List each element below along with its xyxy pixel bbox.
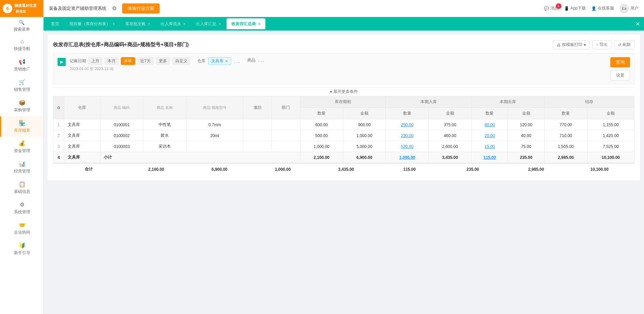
row-out-amt: 120.00 xyxy=(508,119,544,130)
row-goods-name: 中性笔 xyxy=(143,119,186,130)
settings-button[interactable]: 设置 xyxy=(610,70,630,81)
table-subtotal-row: 4 文具库 小计 2,100.00 6,900.00 1,000.00 3,43… xyxy=(53,152,634,163)
print-icon: 🖨 xyxy=(557,43,561,47)
query-button[interactable]: 查询 xyxy=(610,57,630,67)
sidebar-item-marketing[interactable]: 📢 营销推广 xyxy=(0,55,43,76)
row-out-amt: 40.00 xyxy=(508,130,544,141)
sidebar-item-finance[interactable]: 💰 资金管理 xyxy=(0,137,43,157)
row-goods-spec: 0.7mm xyxy=(186,119,243,130)
row-project xyxy=(243,130,272,141)
tab-close-recv-send[interactable]: ✕ xyxy=(258,22,261,26)
row-in-amt: 2,600.00 xyxy=(429,141,472,152)
tabbar-close[interactable]: ✕ xyxy=(634,19,641,29)
goods-dots[interactable]: ... xyxy=(258,57,265,63)
enterprise-icon: 🤝 xyxy=(19,222,26,228)
tab-batch[interactable]: 库存批次账 ✕ xyxy=(120,18,155,29)
tabbar: 首页 现存量（库存分布表） ✕ 库存批次账 ✕ 出入库流水 ✕ 出入库汇总 ✕ … xyxy=(44,17,644,31)
footer-in-amt: 3,435.00 xyxy=(314,167,378,172)
tab-stock-dist[interactable]: 现存量（库存分布表） ✕ xyxy=(65,18,120,29)
subtotal-opening-amt: 6,900.00 xyxy=(343,152,386,163)
settings-icon[interactable]: ⚙ xyxy=(112,5,117,12)
sidebar-item-label: 资金管理 xyxy=(14,148,30,154)
table-settings-icon[interactable]: ⚙ xyxy=(57,105,61,110)
expand-conditions-bar[interactable]: ▾ 展开更多条件 xyxy=(53,87,634,96)
chevron-down-icon: ▾ xyxy=(584,43,586,47)
sidebar-item-label: 经营管理 xyxy=(14,168,30,174)
sidebar-item-quick-nav[interactable]: ⌂ 快捷导航 xyxy=(0,35,43,55)
row-num: 2 xyxy=(53,130,64,141)
app-download-item[interactable]: 📱 App下载 xyxy=(564,5,586,11)
page-actions: 🖨 按模板打印 ▾ ↑ 导出 ↺ 刷新 xyxy=(553,40,634,49)
export-button[interactable]: ↑ 导出 xyxy=(592,40,611,49)
row-goods-name: 胶水 xyxy=(143,130,186,141)
footer-opening-amt: 6,900.00 xyxy=(188,167,251,172)
row-closing-qty: 1,505.00 xyxy=(544,141,587,152)
table-row: 1 文具库 0100001 中性笔 0.7mm 600.00 900.00 25… xyxy=(53,119,634,130)
footer-opening-qty: 2,100.00 xyxy=(125,167,188,172)
sidebar-item-inventory[interactable]: 🏪 库存核算 xyxy=(0,116,43,137)
row-in-qty[interactable]: 250.00 xyxy=(386,119,429,130)
warehouse-dots[interactable]: ... xyxy=(234,58,241,64)
goods-label: 商品 xyxy=(247,57,255,63)
row-department xyxy=(272,130,300,141)
date-this-month[interactable]: 本月 xyxy=(104,57,119,65)
date-7days[interactable]: 近7天 xyxy=(137,57,154,65)
finance-icon: 💰 xyxy=(19,140,26,147)
print-button[interactable]: 🖨 按模板打印 ▾ xyxy=(553,40,590,49)
trial-button[interactable]: 体验行业方案 xyxy=(122,3,160,14)
col-out-qty: 数量 xyxy=(472,108,508,119)
warehouse-tag-close[interactable]: ✕ xyxy=(225,59,228,64)
goods-filter: 商品 ... xyxy=(247,57,265,63)
row-out-qty[interactable]: 15.00 xyxy=(472,141,508,152)
tab-inout-flow[interactable]: 出入库流水 ✕ xyxy=(156,18,191,29)
sidebar-search[interactable]: 🔍 搜索菜单 xyxy=(0,17,43,35)
logo-icon: 6 xyxy=(3,4,12,13)
tab-close-batch[interactable]: ✕ xyxy=(148,22,150,26)
tab-home[interactable]: 首页 xyxy=(46,18,64,29)
footer-in-qty: 1,000.00 xyxy=(251,167,314,172)
tab-recv-send[interactable]: 收发存汇总表 ✕ xyxy=(227,18,265,29)
main-area: 装备及固定资产辅助管理系统 ⚙ 体验行业方案 💬 消息 6 📱 App下载 👤 … xyxy=(44,0,644,314)
col-group-opening: 库存期初 xyxy=(300,96,386,108)
subtotal-num: 4 xyxy=(53,152,64,163)
row-project xyxy=(243,119,272,130)
sidebar-item-sales[interactable]: 🛒 销售管理 xyxy=(0,76,43,96)
col-in-amt: 金额 xyxy=(429,108,472,119)
date-last-month[interactable]: 上月 xyxy=(88,57,102,65)
refresh-icon: ↺ xyxy=(618,43,621,47)
sidebar-item-operations[interactable]: 📊 经营管理 xyxy=(0,157,43,178)
tab-close-stock-dist[interactable]: ✕ xyxy=(112,22,115,26)
row-out-qty[interactable]: 80.00 xyxy=(472,119,508,130)
date-more[interactable]: 更多 xyxy=(156,57,170,65)
query-section: 查询 设置 xyxy=(610,57,630,81)
tab-inout-summary[interactable]: 出入库汇总 ✕ xyxy=(191,18,226,29)
sidebar-item-system[interactable]: ⚙ 系统管理 xyxy=(0,198,43,218)
col-group-in: 本期入库 xyxy=(386,96,472,108)
sidebar-item-purchase[interactable]: 📦 采购管理 xyxy=(0,96,43,116)
row-warehouse: 文具库 xyxy=(64,141,100,152)
subtotal-closing-qty: 2,985.00 xyxy=(544,152,587,163)
col-header-goods-spec: 商品 规格型号 xyxy=(186,96,243,119)
col-group-out: 本期出库 xyxy=(472,96,545,108)
row-closing-amt: 7,525.00 xyxy=(587,141,634,152)
page-title: 收发存汇总表(按仓库+商品编码+商品+规格型号+项目+部门) xyxy=(53,42,189,48)
refresh-button[interactable]: ↺ 刷新 xyxy=(614,40,634,49)
export-icon: ↑ xyxy=(596,43,598,47)
tab-close-inout-summary[interactable]: ✕ xyxy=(218,22,221,26)
online-service-item[interactable]: 👤 在线客服 xyxy=(591,5,614,11)
row-in-qty[interactable]: 230.00 xyxy=(386,130,429,141)
data-table: ⚙ 仓库 商品 编码 商品 名称 商品 规格型号 项目 部门 库存期初 本期入库… xyxy=(53,96,634,163)
row-out-qty[interactable]: 20.00 xyxy=(472,130,508,141)
logo-text: 畅捷通好生意 xyxy=(14,3,37,8)
row-warehouse: 文具库 xyxy=(64,119,100,130)
row-in-qty[interactable]: 520.00 xyxy=(386,141,429,152)
tab-close-inout-flow[interactable]: ✕ xyxy=(183,22,186,26)
filter-expand-button[interactable]: ▶ xyxy=(57,58,66,66)
sidebar-item-enterprise[interactable]: 🤝 企业协同 xyxy=(0,218,43,239)
message-item[interactable]: 💬 消息 6 xyxy=(544,5,559,11)
date-this-year[interactable]: 本年 xyxy=(121,57,135,65)
sidebar-item-guide[interactable]: 🔰 新手引导 xyxy=(0,239,43,259)
sidebar-item-basic[interactable]: 📋 基础信息 xyxy=(0,178,43,198)
date-custom[interactable]: 自定义 xyxy=(172,57,191,65)
user-item[interactable]: Ea 用户 xyxy=(620,4,639,13)
